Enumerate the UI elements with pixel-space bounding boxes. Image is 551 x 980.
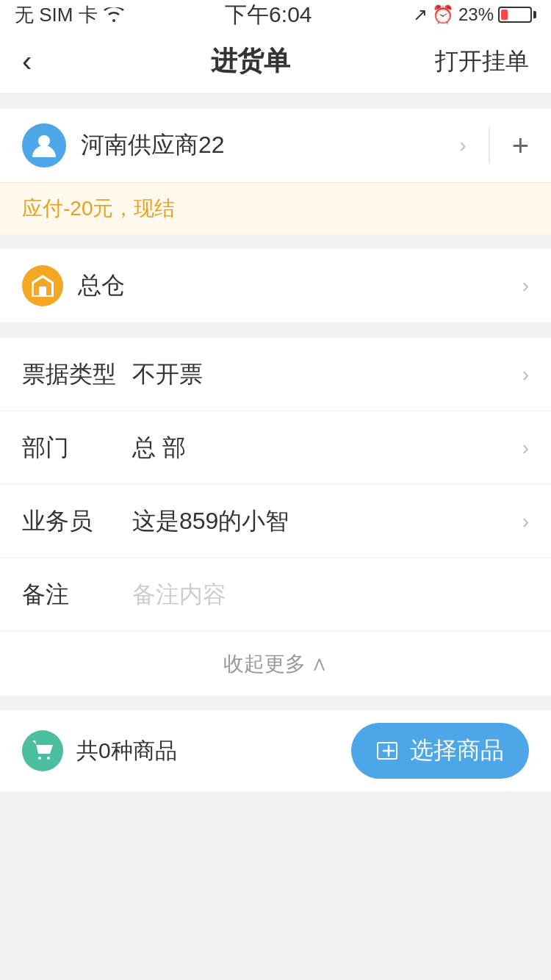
collapse-label: 收起更多 ∧: [223, 650, 328, 678]
carrier-text: 无 SIM 卡: [15, 2, 98, 28]
status-time: 下午6:04: [225, 0, 311, 30]
gap-1: [0, 94, 551, 109]
gap-2: [0, 234, 551, 249]
notice-text: 应付-20元，现结: [22, 197, 175, 220]
invoice-chevron-icon: ›: [522, 363, 529, 386]
battery-percent: 23%: [458, 4, 494, 25]
svg-rect-1: [39, 287, 46, 297]
form-section: 票据类型 不开票 › 部门 总 部 › 业务员 这是859的小智 › 备注 备注…: [0, 337, 551, 696]
department-row[interactable]: 部门 总 部 ›: [0, 411, 551, 484]
supplier-row[interactable]: 河南供应商22 › +: [0, 109, 551, 182]
remark-placeholder: 备注内容: [132, 579, 529, 611]
product-count-text: 共0种商品: [76, 736, 177, 766]
cart-icon-wrap: [22, 730, 63, 771]
svg-point-0: [38, 135, 50, 147]
supplier-divider: [489, 127, 490, 164]
wifi-icon: [104, 7, 124, 22]
select-product-icon: [376, 738, 401, 763]
alarm-icon: ⏰: [432, 4, 454, 25]
page-title: 进货单: [211, 43, 290, 79]
add-supplier-button[interactable]: +: [512, 129, 529, 162]
battery-icon: [498, 7, 536, 23]
invoice-type-row[interactable]: 票据类型 不开票 ›: [0, 337, 551, 411]
user-icon: [29, 131, 59, 160]
status-right: ↗ ⏰ 23%: [413, 4, 536, 25]
status-bar: 无 SIM 卡 下午6:04 ↗ ⏰ 23%: [0, 0, 551, 29]
select-product-label: 选择商品: [410, 735, 504, 767]
warehouse-chevron-icon: ›: [522, 274, 529, 298]
cart-icon: [31, 739, 54, 763]
warehouse-row[interactable]: 总仓 ›: [0, 249, 551, 323]
department-label: 部门: [22, 432, 132, 464]
salesman-value: 这是859的小智: [132, 505, 522, 538]
warehouse-name: 总仓: [78, 270, 522, 302]
invoice-value: 不开票: [132, 359, 522, 391]
supplier-name: 河南供应商22: [81, 129, 459, 162]
back-button[interactable]: ‹: [22, 45, 66, 78]
select-product-button[interactable]: 选择商品: [351, 723, 529, 779]
nav-bar: ‹ 进货单 打开挂单: [0, 29, 551, 94]
supplier-chevron-icon: ›: [459, 134, 466, 157]
open-pending-button[interactable]: 打开挂单: [435, 46, 529, 78]
footer-section: 共0种商品 选择商品: [0, 710, 551, 791]
product-count-wrap: 共0种商品: [22, 730, 177, 771]
warehouse-section: 总仓 ›: [0, 249, 551, 323]
collapse-button[interactable]: 收起更多 ∧: [0, 631, 551, 696]
invoice-label: 票据类型: [22, 359, 132, 391]
salesman-chevron-icon: ›: [522, 510, 529, 533]
remark-label: 备注: [22, 579, 132, 611]
svg-point-2: [38, 757, 41, 760]
status-left: 无 SIM 卡: [15, 2, 124, 28]
salesman-label: 业务员: [22, 505, 132, 538]
gap-3: [0, 323, 551, 337]
department-value: 总 部: [132, 432, 522, 464]
department-chevron-icon: ›: [522, 436, 529, 460]
warehouse-icon-wrap: [22, 265, 63, 306]
salesman-row[interactable]: 业务员 这是859的小智 ›: [0, 484, 551, 558]
remark-row[interactable]: 备注 备注内容: [0, 558, 551, 631]
svg-point-3: [47, 757, 50, 760]
notice-bar: 应付-20元，现结: [0, 182, 551, 234]
warehouse-icon: [30, 273, 55, 298]
supplier-avatar: [22, 123, 66, 167]
location-icon: ↗: [413, 4, 428, 25]
supplier-section: 河南供应商22 › + 应付-20元，现结: [0, 109, 551, 234]
